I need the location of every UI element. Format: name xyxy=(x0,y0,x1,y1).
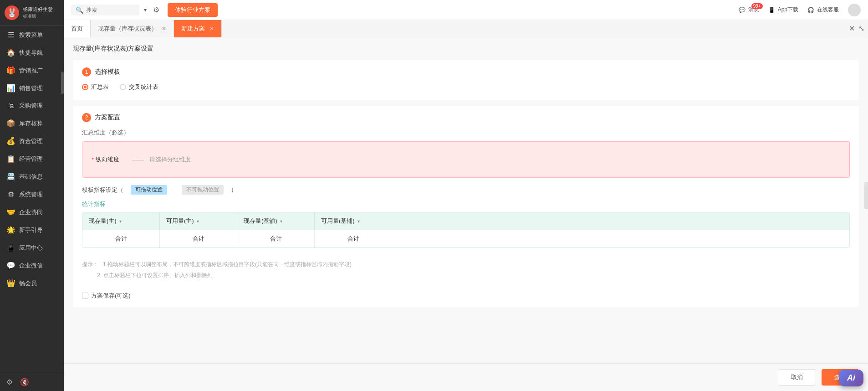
radio-cross-dot xyxy=(120,84,126,90)
topbar: 🔍 ▾ ⚙ 体验行业方案 💬 消息 99+ 📱 App下载 🎧 在线客服 xyxy=(64,0,868,20)
save-option: 方案保存(可选) xyxy=(82,292,850,300)
table-header-2[interactable]: 现存量(基辅) ▾ xyxy=(237,212,315,230)
table-header-0[interactable]: 现存量(主) ▾ xyxy=(82,212,160,230)
tab-home[interactable]: 首页 xyxy=(64,20,91,37)
table-row: 合计 合计 合计 合计 xyxy=(82,230,849,247)
sidebar-item-newbie[interactable]: 🌟 新手引导 xyxy=(0,221,64,239)
online-service-label: 在线客服 xyxy=(817,6,839,14)
step2-label: 方案配置 xyxy=(95,113,120,122)
member-icon: 👑 xyxy=(6,279,15,288)
user-avatar[interactable] xyxy=(848,4,861,16)
sidebar-item-quick-nav[interactable]: 🏠 快捷导航 xyxy=(0,44,64,62)
sidebar-logo: 🐰 xyxy=(5,5,19,20)
sidebar-item-label: 系统管理 xyxy=(19,190,43,199)
sidebar-item-sales[interactable]: 📊 销售管理 xyxy=(0,79,64,97)
indicator-table-header: 现存量(主) ▾ 可用量(主) ▾ 现存量(基辅) ▾ 可用量(基辅) xyxy=(82,212,849,230)
tip2-indent xyxy=(82,272,96,278)
sidebar-item-search-menu[interactable]: ☰ 搜索菜单 xyxy=(0,26,64,44)
tip1: 提示： 1.拖动标题栏可以调整布局，不可跨维度或指标区域拖拉目字段(只能在同一维… xyxy=(82,259,850,270)
tab-new-scheme-close-icon[interactable]: ✕ xyxy=(209,26,214,32)
chevron-down-icon-3: ▾ xyxy=(357,219,360,224)
home-icon: 🏠 xyxy=(6,48,15,57)
inventory-icon: 📦 xyxy=(6,119,15,128)
sidebar-item-purchase[interactable]: 🛍 采购管理 xyxy=(0,97,64,114)
cancel-button[interactable]: 取消 xyxy=(778,369,816,386)
radio-cross-label: 交叉统计表 xyxy=(129,83,158,91)
stats-indicators-label: 统计指标 xyxy=(82,200,850,208)
sidebar-item-label: 企业微信 xyxy=(19,262,43,270)
radio-summary-label: 汇总表 xyxy=(91,83,109,91)
sidebar-item-label: 新手引导 xyxy=(19,226,43,234)
expand-icon[interactable]: ⤡ xyxy=(858,24,864,33)
sidebar-item-basic-info[interactable]: 📇 基础信息 xyxy=(0,168,64,185)
sidebar-footer: ⚙ 🔇 xyxy=(0,373,64,391)
table-cell-0-2: 合计 xyxy=(237,230,315,247)
sidebar-item-marketing[interactable]: 🎁 营销推广 xyxy=(0,62,64,79)
right-side-handle[interactable] xyxy=(864,182,868,209)
gift-icon: 🎁 xyxy=(6,66,15,75)
settings-icon[interactable]: ⚙ xyxy=(6,378,13,386)
sidebar-item-label: 基础信息 xyxy=(19,173,43,181)
metrics-fixed: 不可拖动位置 xyxy=(182,185,224,195)
sidebar-item-label: 搜索菜单 xyxy=(19,31,43,39)
radio-summary[interactable]: 汇总表 xyxy=(82,83,109,91)
sidebar: 🐰 畅康通好生意 标准版 ☰ 搜索菜单 🏠 快捷导航 🎁 营销推广 📊 销售管理… xyxy=(0,0,64,391)
page-content: 现存量(库存状况表)方案设置 1 选择模板 汇总表 交叉统计表 xyxy=(64,37,868,363)
sidebar-item-enterprise-wechat[interactable]: 💬 企业微信 xyxy=(0,257,64,274)
radio-cross[interactable]: 交叉统计表 xyxy=(120,83,158,91)
bottom-bar: 取消 查询 xyxy=(64,363,868,391)
brand-version: 标准版 xyxy=(23,13,53,20)
sidebar-item-inventory[interactable]: 📦 库存核算 xyxy=(0,114,64,132)
sidebar-item-operations[interactable]: 📋 经营管理 xyxy=(0,150,64,168)
tab-inventory-label: 现存量（库存状况表） xyxy=(98,25,157,33)
table-header-3[interactable]: 可用量(基辅) ▾ xyxy=(315,212,392,230)
step1-badge: 1 xyxy=(82,67,91,77)
template-radio-group: 汇总表 交叉统计表 xyxy=(82,83,850,91)
brand-name: 畅康通好生意 xyxy=(23,6,53,13)
enterprise-icon: 🤝 xyxy=(6,208,15,216)
metrics-label-end: ） xyxy=(231,186,237,194)
mute-icon[interactable]: 🔇 xyxy=(20,378,29,386)
app-download-group[interactable]: 📱 App下载 xyxy=(768,6,798,14)
dimension-area[interactable]: * 纵向维度 —— 请选择分组维度 xyxy=(82,141,850,178)
sidebar-item-member[interactable]: 👑 畅会员 xyxy=(0,274,64,292)
sidebar-item-system[interactable]: ⚙ 系统管理 xyxy=(0,185,64,203)
basic-info-icon: 📇 xyxy=(6,172,15,181)
search-box[interactable]: 🔍 xyxy=(71,5,139,15)
sidebar-item-label: 采购管理 xyxy=(19,102,43,110)
tip1-text: 1.拖动标题栏可以调整布局，不可跨维度或指标区域拖拉目字段(只能在同一维度或指标… xyxy=(103,261,352,268)
messages-group[interactable]: 💬 消息 99+ xyxy=(739,6,759,14)
step2-header: 2 方案配置 xyxy=(82,113,850,122)
sidebar-item-enterprise[interactable]: 🤝 企业协同 xyxy=(0,203,64,221)
tab-inventory-close-icon[interactable]: ✕ xyxy=(162,26,166,32)
table-cell-0-1: 合计 xyxy=(160,230,237,247)
metrics-setting: 模板指标设定（ 可拖动位置 不可拖动位置 ） xyxy=(82,185,850,195)
wechat-icon: 💬 xyxy=(6,261,15,270)
search-dropdown[interactable]: ▾ xyxy=(144,7,147,13)
sidebar-item-label: 库存核算 xyxy=(19,119,43,128)
sidebar-item-finance[interactable]: 💰 资金管理 xyxy=(0,132,64,150)
step1-label: 选择模板 xyxy=(95,68,120,76)
tips-area: 提示： 1.拖动标题栏可以调整布局，不可跨维度或指标区域拖拉目字段(只能在同一维… xyxy=(82,259,850,281)
ai-float-button[interactable]: Ai xyxy=(839,370,863,386)
topbar-settings-icon[interactable]: ⚙ xyxy=(151,4,161,16)
trial-btn[interactable]: 体验行业方案 xyxy=(168,3,218,17)
system-icon: ⚙ xyxy=(6,190,15,199)
sidebar-item-app-center[interactable]: 📱 应用中心 xyxy=(0,239,64,257)
topbar-right: 💬 消息 99+ 📱 App下载 🎧 在线客服 xyxy=(739,4,861,16)
dimension-label: 纵向维度 xyxy=(96,155,119,164)
search-icon: ☰ xyxy=(6,31,15,39)
main-area: 🔍 ▾ ⚙ 体验行业方案 💬 消息 99+ 📱 App下载 🎧 在线客服 xyxy=(64,0,868,391)
sidebar-item-label: 经营管理 xyxy=(19,155,43,163)
save-checkbox[interactable] xyxy=(82,293,88,299)
radio-summary-dot xyxy=(82,84,88,90)
message-icon: 💬 xyxy=(739,7,745,13)
table-header-1[interactable]: 可用量(主) ▾ xyxy=(160,212,237,230)
close-window-icon[interactable]: ✕ xyxy=(849,24,855,33)
tip2: 2. 点击标题栏下拉可设置排序、插入列和删除列 xyxy=(82,270,850,281)
tab-inventory-status[interactable]: 现存量（库存状况表） ✕ xyxy=(91,20,174,37)
search-input[interactable] xyxy=(86,7,132,13)
headphone-icon: 🎧 xyxy=(807,7,814,13)
tab-new-scheme[interactable]: 新建方案 ✕ xyxy=(174,20,222,37)
online-service-group[interactable]: 🎧 在线客服 xyxy=(807,6,839,14)
